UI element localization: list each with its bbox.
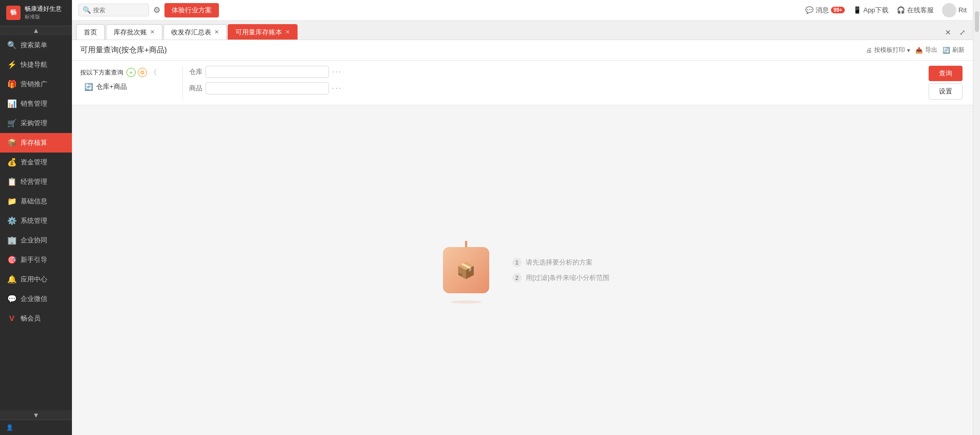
sidebar-item-basic[interactable]: 📁 基础信息 [0,192,72,211]
warehouse-input[interactable] [206,66,329,78]
fullscreen-btn[interactable]: ⤢ [956,27,969,37]
filter-option-label: 仓库+商品 [96,82,127,91]
export-btn[interactable]: 📤 导出 [915,46,937,54]
filter-row-warehouse: 仓库 ··· [189,66,924,78]
sidebar-item-label: 经营管理 [21,177,47,186]
online-service-label: 在线客服 [907,6,934,15]
filter-field-warehouse: 仓库 ··· [189,66,342,78]
filter-row-product: 商品 ··· [189,82,924,94]
sidebar-item-inventory[interactable]: 📦 库存核算 [0,133,72,153]
search-box[interactable]: 🔍 [78,4,149,16]
tab-receive-summary[interactable]: 收发存汇总表 ✕ [163,24,227,40]
setting-button[interactable]: 设置 [929,83,963,100]
user-area[interactable]: Rit [942,3,967,17]
robot-icon: 📦 [443,247,489,293]
sidebar-header: 畅 畅康通好生意 标准版 [0,0,72,26]
query-button[interactable]: 查询 [929,66,963,81]
finance-icon: 💰 [7,158,16,167]
gear-icon[interactable]: ⚙ [153,5,160,15]
topbar-right: 💬 消息 99+ 📱 App下载 🎧 在线客服 Rit [805,3,967,17]
sidebar-item-search[interactable]: 🔍 搜索菜单 [0,35,72,55]
sidebar-nav: 🔍 搜索菜单 ⚡ 快捷导航 🎁 营销推广 📊 销售管理 🛒 采购管理 📦 库存核… [0,35,72,410]
sidebar-item-sales[interactable]: 📊 销售管理 [0,94,72,114]
sidebar-item-appstore[interactable]: 🔔 应用中心 [0,270,72,289]
sidebar-item-finance[interactable]: 💰 资金管理 [0,153,72,172]
sidebar-item-marketing[interactable]: 🎁 营销推广 [0,74,72,94]
product-more-btn[interactable]: ··· [332,84,342,93]
print-label: 按模板打印 [874,46,905,54]
sidebar-item-operations[interactable]: 📋 经营管理 [0,172,72,192]
hint-text-2: 用[过滤]条件来缩小分析范围 [526,273,609,282]
online-service-btn[interactable]: 🎧 在线客服 [897,6,934,15]
close-tab-btn[interactable]: ✕ [942,27,954,37]
sidebar-item-label: 企业微信 [21,294,47,304]
filter-right-panel: 仓库 ··· 商品 ··· [189,66,965,100]
sidebar-item-label: 快捷导航 [21,60,47,69]
settings-filter-btn[interactable]: ⚙ [138,68,147,77]
user-icon: 👤 [6,424,13,431]
tab-close-icon[interactable]: ✕ [214,29,219,35]
member-icon: V [7,314,16,323]
page-actions: 🖨 按模板打印 ▾ 📤 导出 🔄 刷新 [866,46,965,54]
tab-close-icon[interactable]: ✕ [150,29,155,35]
system-icon: ⚙️ [7,216,16,225]
app-download-btn[interactable]: 📱 App下载 [853,6,889,15]
marketing-icon: 🎁 [7,80,16,89]
export-icon: 📤 [915,47,923,54]
sidebar-item-label: 系统管理 [21,216,47,225]
add-filter-btn[interactable]: + [126,68,136,77]
message-btn[interactable]: 💬 消息 99+ [805,6,845,15]
tab-available-ledger[interactable]: 可用量库存账本 ✕ [228,24,298,40]
filter-label: 按以下方案查询 + ⚙ 《 [80,66,177,79]
inventory-icon: 📦 [7,138,16,147]
sidebar-item-label: 新手引导 [21,255,47,264]
wechat-icon: 💬 [7,294,16,304]
app-info: 畅康通好生意 标准版 [25,5,62,21]
search-input[interactable] [93,7,144,14]
sidebar-item-member[interactable]: V 畅会员 [0,309,72,328]
warehouse-label: 仓库 [189,67,202,77]
guide-icon: 🎯 [7,255,16,264]
scrollbar-thumb[interactable] [975,11,979,32]
sidebar-item-quick-nav[interactable]: ⚡ 快捷导航 [0,55,72,74]
sidebar-footer: 👤 [0,420,72,435]
sidebar-item-system[interactable]: ⚙️ 系统管理 [0,211,72,231]
sidebar-item-label: 采购管理 [21,119,47,128]
filter-option-warehouse-product[interactable]: 🔄 仓库+商品 [80,79,177,94]
product-label: 商品 [189,84,202,93]
sidebar-item-label: 销售管理 [21,99,47,108]
sidebar-item-label: 资金管理 [21,158,47,167]
app-version: 标准版 [25,13,62,21]
print-btn[interactable]: 🖨 按模板打印 ▾ [866,46,910,54]
dropdown-icon: ▾ [907,47,910,54]
scroll-up-btn[interactable]: ▲ [0,26,72,35]
app-logo: 畅 [6,6,21,20]
product-input[interactable] [206,82,329,94]
sidebar-item-purchase[interactable]: 🛒 采购管理 [0,114,72,133]
scroll-down-btn[interactable]: ▼ [0,410,72,420]
sidebar-item-guide[interactable]: 🎯 新手引导 [0,250,72,270]
sales-icon: 📊 [7,99,16,108]
trial-button[interactable]: 体验行业方案 [164,3,219,17]
tabbar: 首页 库存批次账 ✕ 收发存汇总表 ✕ 可用量库存账本 ✕ ✕ ⤢ [72,21,973,40]
tab-home-label: 首页 [84,28,97,37]
filter-field-product: 商品 ··· [189,82,342,94]
collapse-icon[interactable]: 《 [150,68,157,77]
sidebar-item-label: 搜索菜单 [21,41,47,50]
tab-batch-ledger[interactable]: 库存批次账 ✕ [106,24,162,40]
tab-batch-ledger-label: 库存批次账 [114,28,147,37]
right-scrollbar[interactable] [973,0,980,435]
enterprise-icon: 🏢 [7,236,16,245]
tab-home[interactable]: 首页 [76,24,105,40]
message-icon: 💬 [805,6,813,14]
sidebar-item-wechat[interactable]: 💬 企业微信 [0,289,72,309]
hint-num-2: 2 [512,273,522,282]
refresh-btn[interactable]: 🔄 刷新 [942,46,965,54]
sidebar-item-enterprise[interactable]: 🏢 企业协同 [0,231,72,250]
filter-section: 按以下方案查询 + ⚙ 《 🔄 仓库+商品 [72,61,973,105]
tab-close-icon[interactable]: ✕ [285,29,290,35]
sidebar-item-label: 库存核算 [21,138,47,147]
message-badge: 99+ [831,7,845,13]
content-area: 可用量查询(按仓库+商品) 🖨 按模板打印 ▾ 📤 导出 🔄 刷新 [72,40,973,435]
warehouse-more-btn[interactable]: ··· [332,67,342,77]
